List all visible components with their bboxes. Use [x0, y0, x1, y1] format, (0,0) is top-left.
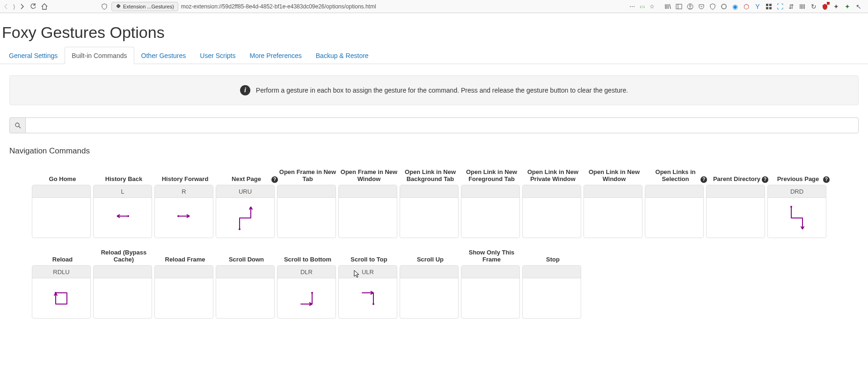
command-open-link-in-new-background-tab: Open Link in New Background Tab [400, 167, 461, 238]
ext6-icon[interactable]: ⛶ [776, 3, 784, 10]
home-icon[interactable] [40, 2, 49, 11]
gesture-box[interactable] [216, 265, 275, 319]
pocket-icon[interactable] [698, 3, 705, 10]
gesture-box[interactable] [400, 265, 459, 319]
gesture-box[interactable] [154, 265, 213, 319]
command-reload-frame: Reload Frame [154, 247, 216, 319]
ext13-icon[interactable]: ↖ [855, 3, 862, 10]
shield-small-icon [100, 2, 109, 11]
gesture-box[interactable]: L [93, 185, 152, 238]
tab-other-gestures[interactable]: Other Gestures [134, 47, 193, 64]
gesture-box[interactable] [645, 185, 704, 238]
svg-point-4 [722, 4, 726, 9]
command-label: History Forward [154, 167, 216, 185]
ext5-icon[interactable] [765, 3, 773, 10]
gesture-box[interactable] [93, 265, 152, 319]
gesture-code [216, 266, 274, 278]
command-label: Reload Frame [154, 247, 216, 265]
gesture-box[interactable] [400, 185, 459, 238]
gesture-canvas[interactable] [277, 198, 336, 238]
gesture-code [645, 185, 703, 198]
gesture-canvas[interactable] [94, 198, 152, 238]
reload-icon[interactable] [29, 2, 37, 11]
ext4-icon[interactable]: Y [754, 3, 761, 10]
gesture-box[interactable]: ULR [338, 265, 397, 319]
gesture-canvas[interactable] [216, 278, 274, 319]
ext2-icon[interactable]: ◉ [731, 3, 739, 10]
address-bar[interactable]: Extension ...Gestures) moz-extension://5… [100, 2, 629, 11]
gesture-box[interactable]: DRD [767, 185, 826, 238]
gesture-canvas[interactable] [400, 198, 458, 238]
gesture-box[interactable] [461, 265, 520, 319]
ext7-icon[interactable]: ⇵ [788, 3, 795, 10]
gesture-box[interactable]: RDLU [32, 265, 91, 319]
tab-built-in-commands[interactable]: Built-in Commands [65, 47, 134, 64]
gesture-canvas[interactable] [155, 278, 213, 319]
gesture-canvas[interactable] [339, 198, 397, 238]
command-open-link-in-new-foreground-tab: Open Link in New Foreground Tab [461, 167, 522, 238]
command-label: Go Home [32, 167, 93, 185]
command-label: Scroll Up [400, 247, 461, 265]
gesture-canvas[interactable] [216, 198, 274, 238]
command-previous-page: Previous Page?DRD [767, 167, 829, 238]
gesture-code: DLR [277, 266, 336, 278]
ext9-icon[interactable]: ↻ [810, 3, 817, 10]
tab-general-settings[interactable]: General Settings [2, 47, 65, 64]
gesture-code [523, 185, 581, 198]
back-icon[interactable] [2, 2, 10, 11]
gesture-box[interactable] [32, 185, 91, 238]
gesture-canvas[interactable] [155, 198, 213, 238]
gesture-canvas[interactable] [461, 278, 519, 319]
gesture-canvas[interactable] [523, 278, 581, 319]
library-icon[interactable] [664, 3, 671, 10]
gesture-canvas[interactable] [94, 278, 152, 319]
tab-user-scripts[interactable]: User Scripts [193, 47, 242, 64]
gesture-box[interactable] [584, 185, 642, 238]
gesture-canvas[interactable] [339, 278, 397, 319]
gesture-box[interactable] [522, 265, 581, 319]
gesture-box[interactable] [461, 185, 520, 238]
tabs: General Settings Built-in Commands Other… [0, 46, 868, 64]
gesture-box[interactable]: URU [216, 185, 275, 238]
ext11-icon[interactable]: ✦ [832, 3, 840, 10]
command-label: Reload [32, 247, 93, 265]
ext8-icon[interactable] [799, 3, 806, 10]
gesture-canvas[interactable] [707, 198, 765, 238]
help-icon[interactable]: ? [823, 176, 830, 183]
gesture-box[interactable]: DLR [277, 265, 336, 319]
tab-backup-restore[interactable]: Backup & Restore [309, 47, 376, 64]
svg-rect-6 [769, 4, 772, 6]
gesture-canvas[interactable] [645, 198, 703, 238]
account-icon[interactable] [686, 3, 694, 10]
gesture-canvas[interactable] [584, 198, 642, 238]
command-scroll-to-top: Scroll to TopULR [338, 247, 400, 319]
gesture-canvas[interactable] [32, 278, 90, 319]
gesture-canvas[interactable] [768, 198, 826, 238]
gesture-code: L [94, 185, 152, 198]
gesture-canvas[interactable] [400, 278, 458, 319]
shield-icon[interactable] [709, 3, 716, 10]
tab-more-preferences[interactable]: More Preferences [243, 47, 309, 64]
star-icon[interactable]: ☆ [649, 3, 655, 10]
gesture-box[interactable] [277, 185, 336, 238]
gesture-canvas[interactable] [461, 198, 519, 238]
gesture-box[interactable] [338, 185, 397, 238]
gesture-code [461, 185, 519, 198]
gesture-canvas[interactable] [32, 198, 90, 238]
ext10-icon[interactable] [821, 3, 829, 10]
gesture-canvas[interactable] [277, 278, 336, 319]
reader-icon[interactable]: ▭ [640, 3, 645, 10]
gesture-canvas[interactable] [523, 198, 581, 238]
gesture-box[interactable] [706, 185, 765, 238]
page-actions-icon[interactable]: ⋯ [629, 3, 635, 10]
command-label: Next Page? [216, 167, 277, 185]
ext3-icon[interactable]: ⬡ [743, 3, 750, 10]
gesture-box[interactable]: R [154, 185, 213, 238]
gesture-box[interactable] [522, 185, 581, 238]
search-input[interactable] [25, 117, 859, 133]
sidebar-icon[interactable] [675, 3, 683, 10]
svg-point-9 [15, 123, 19, 127]
ext1-icon[interactable] [720, 3, 728, 10]
ext12-icon[interactable]: ✦ [844, 3, 851, 10]
forward-icon[interactable] [18, 2, 26, 11]
